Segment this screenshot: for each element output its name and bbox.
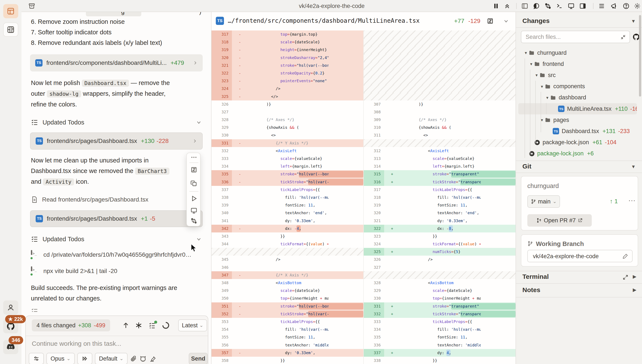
chevron-down-icon[interactable]: [196, 236, 202, 242]
board-view-button[interactable]: [3, 22, 18, 37]
notes-section-header[interactable]: Notes: [522, 286, 540, 294]
spark-icon[interactable]: [135, 322, 143, 329]
updated-todos-row[interactable]: Updated Todos: [31, 234, 202, 244]
more-options-icon[interactable]: [191, 154, 197, 161]
section-caret-icon[interactable]: ▼: [631, 164, 636, 170]
pause-icon[interactable]: [492, 2, 499, 10]
tree-folder-pages[interactable]: ▾pages: [518, 114, 637, 126]
tree-file-Dashboard.tsx[interactable]: TSDashboard.tsx+131-233: [518, 126, 637, 137]
line-number: 315: [364, 170, 384, 178]
settings-gear-icon[interactable]: [634, 2, 641, 10]
open-in-editor-icon[interactable]: [487, 18, 494, 24]
search-input[interactable]: [521, 31, 617, 43]
toolbar-separator: [516, 3, 517, 9]
section-caret-icon[interactable]: ▶: [633, 274, 636, 280]
help-icon[interactable]: [623, 2, 629, 10]
line-number: 328: [212, 116, 232, 124]
pen-icon[interactable]: [150, 356, 156, 362]
caret-down-icon[interactable]: ▾: [541, 118, 543, 122]
line-number: 329: [364, 287, 384, 294]
collapse-all-icon[interactable]: [504, 2, 511, 10]
task-input[interactable]: Continue working on this task...: [32, 340, 121, 347]
run-icon[interactable]: [191, 195, 197, 202]
read-file-row[interactable]: Read frontend/src/pages/Dashboard.tsx: [31, 194, 202, 205]
lines-added: +131: [602, 128, 615, 134]
open-in-editor-icon[interactable]: [191, 166, 197, 173]
commits-ahead: ↑ 1: [610, 198, 618, 205]
diff-new-line: 316+ tickStroke="transparent": [364, 178, 515, 186]
terminal-command-row[interactable]: >_ cd /private/var/folders/10/h7w0q46556…: [31, 250, 202, 260]
chevron-down-icon[interactable]: [196, 119, 202, 125]
diff-old-line: 353 tickLabelProps={{: [212, 318, 363, 326]
diff-old-line: 338 fill: 'hsl(var(--muted-foreground))'…: [212, 194, 363, 201]
terminal-icon[interactable]: [556, 2, 563, 10]
more-options-icon[interactable]: ⋯: [628, 196, 636, 205]
chevron-right-icon: [193, 60, 198, 65]
tree-folder-frontend[interactable]: ▾frontend: [518, 58, 637, 70]
git-compare-icon[interactable]: [191, 218, 197, 224]
terminal-command-row[interactable]: >_ npx vite build 2>&1 | tail -20: [31, 266, 202, 276]
open-pr-label: Open PR #7: [544, 217, 576, 224]
line-number: 336: [364, 341, 384, 349]
copy-icon[interactable]: [191, 180, 197, 187]
branch-dropdown[interactable]: main⌄: [527, 195, 560, 208]
files-changed-summary[interactable]: 4 files changed +308 -499: [32, 319, 110, 332]
fast-forward-button[interactable]: [77, 353, 92, 364]
send-button[interactable]: Send: [189, 353, 208, 364]
layout-view-button[interactable]: [3, 4, 18, 18]
cat-icon[interactable]: [140, 356, 147, 362]
tree-folder-churnguard[interactable]: ▾churnguard: [518, 47, 637, 58]
panel-right-icon[interactable]: [579, 2, 586, 10]
chat-bubble-icon[interactable]: [533, 2, 540, 10]
git-section-header[interactable]: Git: [522, 163, 531, 170]
section-caret-icon[interactable]: ▶: [633, 287, 636, 293]
collapse-tree-icon[interactable]: [620, 34, 626, 40]
caret-down-icon[interactable]: ▾: [535, 72, 538, 78]
caret-down-icon[interactable]: ▾: [530, 62, 532, 66]
scrollbar-thumb[interactable]: [639, 15, 641, 96]
preview-icon[interactable]: [191, 207, 197, 214]
account-button[interactable]: [3, 300, 18, 315]
terminal-section-header[interactable]: Terminal: [522, 273, 549, 280]
caret-down-icon[interactable]: ▾: [541, 84, 543, 89]
search-files-box[interactable]: [521, 31, 630, 43]
caret-down-icon[interactable]: ▾: [546, 95, 548, 100]
screen-share-icon[interactable]: [568, 2, 574, 10]
megaphone-icon[interactable]: [611, 2, 617, 10]
panel-left-icon[interactable]: [521, 2, 528, 10]
git-compare-icon[interactable]: [544, 2, 551, 10]
updated-todos-row[interactable]: Updated Todos: [31, 117, 202, 128]
file-change-chip[interactable]: TS frontend/src/components/dashboard/Mul…: [30, 54, 203, 72]
tree-file-package-lock.json[interactable]: package-lock.json+61-104: [518, 137, 637, 148]
attach-icon[interactable]: [130, 356, 137, 362]
todos-status-icon[interactable]: [149, 322, 156, 329]
tree-file-package-lock.json[interactable]: package-lock.json+6: [518, 148, 637, 159]
diff-header[interactable]: TS …/frontend/src/components/dashboard/M…: [212, 12, 515, 30]
working-branch-input[interactable]: vk/4e2a-explore-the-code: [527, 250, 632, 262]
git-branch-icon: [531, 199, 536, 204]
open-pr-button[interactable]: Open PR #7: [527, 214, 592, 227]
changes-section-header[interactable]: Changes: [522, 17, 550, 24]
caret-down-icon[interactable]: ▾: [525, 50, 527, 55]
tree-folder-components[interactable]: ▾components: [518, 81, 637, 92]
assistant-message: Now let me clean up the unused imports i…: [31, 155, 205, 187]
menu-icon[interactable]: [598, 2, 605, 10]
model-dropdown[interactable]: Opus⌄: [46, 353, 75, 364]
section-caret-icon[interactable]: ▼: [631, 18, 636, 24]
file-change-chip[interactable]: TS frontend/src/pages/Dashboard.tsx +1-5: [30, 210, 203, 227]
scroll-up-icon[interactable]: [122, 322, 130, 329]
chevron-down-icon[interactable]: [503, 18, 509, 24]
github-stars-badge: ★ 22k: [5, 315, 26, 323]
diff-added: +77: [454, 18, 464, 24]
mode-dropdown[interactable]: Default⌄: [95, 353, 128, 364]
diff-new-line: [364, 77, 515, 85]
lines-added: +130: [141, 138, 154, 144]
composer-settings-button[interactable]: [29, 353, 44, 364]
pencil-icon[interactable]: [623, 253, 628, 259]
version-dropdown[interactable]: Latest ⌄: [178, 319, 207, 332]
expand-icon[interactable]: [622, 274, 628, 280]
tree-folder-dashboard[interactable]: ▾dashboard: [518, 92, 637, 103]
tree-file-MultiLineArea.tsx[interactable]: TSMultiLineArea.tsx+110-162: [518, 103, 637, 114]
file-change-chip[interactable]: TS frontend/src/pages/Dashboard.tsx +130…: [30, 132, 203, 150]
tree-folder-src[interactable]: ▾src: [518, 70, 637, 81]
